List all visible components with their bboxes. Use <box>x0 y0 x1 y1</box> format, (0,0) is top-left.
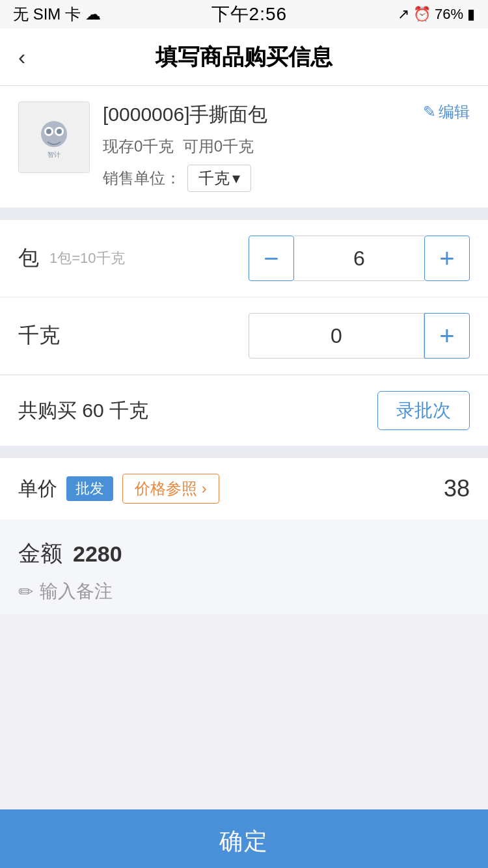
edit-icon: ✎ <box>423 103 436 121</box>
confirm-button[interactable]: 确定 <box>0 809 488 868</box>
product-section: 智计 [0000006]手撕面包 现存0千克 可用0千克 销售单位： 千克 ▾ … <box>0 86 488 208</box>
blank-area <box>0 614 488 809</box>
package-minus-button[interactable]: − <box>249 236 294 281</box>
price-reference-button[interactable]: 价格参照 › <box>122 474 219 504</box>
package-label: 包 <box>18 244 39 273</box>
nav-bar: ‹ 填写商品购买信息 <box>0 29 488 86</box>
dropdown-icon: ▾ <box>232 169 240 187</box>
location-icon: ↗ <box>398 6 409 23</box>
product-stock: 现存0千克 可用0千克 <box>103 136 470 157</box>
product-info: [0000006]手撕面包 现存0千克 可用0千克 销售单位： 千克 ▾ <box>103 102 470 192</box>
battery-icon: ▮ <box>467 6 475 23</box>
edit-button[interactable]: ✎ 编辑 <box>423 102 470 122</box>
kg-row: 千克 + <box>0 297 488 375</box>
status-bar: 无 SIM 卡 ☁ 下午2:56 ↗ ⏰ 76% ▮ <box>0 0 488 29</box>
kg-label: 千克 <box>18 321 60 350</box>
note-row[interactable]: ✏ 输入备注 <box>18 579 470 604</box>
kg-plus-button[interactable]: + <box>424 313 470 359</box>
product-name: [0000006]手撕面包 <box>103 102 470 128</box>
kg-quantity-input[interactable] <box>249 313 424 359</box>
package-quantity-input[interactable] <box>294 236 424 281</box>
package-plus-button[interactable]: + <box>424 236 470 281</box>
section-divider-2 <box>0 446 488 457</box>
batch-button[interactable]: 录批次 <box>377 391 470 430</box>
amount-row: 金额 2280 <box>18 539 470 569</box>
amount-label: 金额 <box>18 539 62 569</box>
svg-point-0 <box>41 121 67 147</box>
amount-value: 2280 <box>73 541 122 567</box>
back-button[interactable]: ‹ <box>18 44 25 70</box>
product-image: 智计 <box>18 102 90 173</box>
price-label: 单价 <box>18 476 57 502</box>
svg-point-3 <box>46 129 51 134</box>
status-time: 下午2:56 <box>211 2 288 27</box>
unit-select[interactable]: 千克 ▾ <box>187 165 251 192</box>
price-section: 单价 批发 价格参照 › 38 <box>0 457 488 519</box>
unit-label: 销售单位： <box>103 168 181 189</box>
note-placeholder: 输入备注 <box>40 579 113 604</box>
price-value: 38 <box>444 475 470 502</box>
summary-text: 共购买 60 千克 <box>18 398 148 424</box>
price-type-badge: 批发 <box>66 476 113 501</box>
package-controls: − + <box>249 236 470 281</box>
summary-row: 共购买 60 千克 录批次 <box>0 375 488 446</box>
status-left: 无 SIM 卡 ☁ <box>13 4 101 25</box>
section-divider-1 <box>0 208 488 220</box>
kg-controls: + <box>249 313 470 359</box>
package-hint: 1包=10千克 <box>49 249 238 268</box>
package-input-section: 包 1包=10千克 − + 千克 + <box>0 220 488 375</box>
amount-section: 金额 2280 ✏ 输入备注 <box>0 519 488 614</box>
battery-level: 76% <box>435 6 463 23</box>
svg-point-4 <box>57 129 62 134</box>
package-row: 包 1包=10千克 − + <box>0 220 488 297</box>
svg-text:智计: 智计 <box>47 151 61 158</box>
alarm-icon: ⏰ <box>413 6 431 23</box>
sim-signal: 无 SIM 卡 ☁ <box>13 4 101 25</box>
status-right: ↗ ⏰ 76% ▮ <box>398 6 475 23</box>
page-title: 填写商品购买信息 <box>156 42 332 72</box>
note-icon: ✏ <box>18 581 33 603</box>
product-unit-row: 销售单位： 千克 ▾ <box>103 165 470 192</box>
